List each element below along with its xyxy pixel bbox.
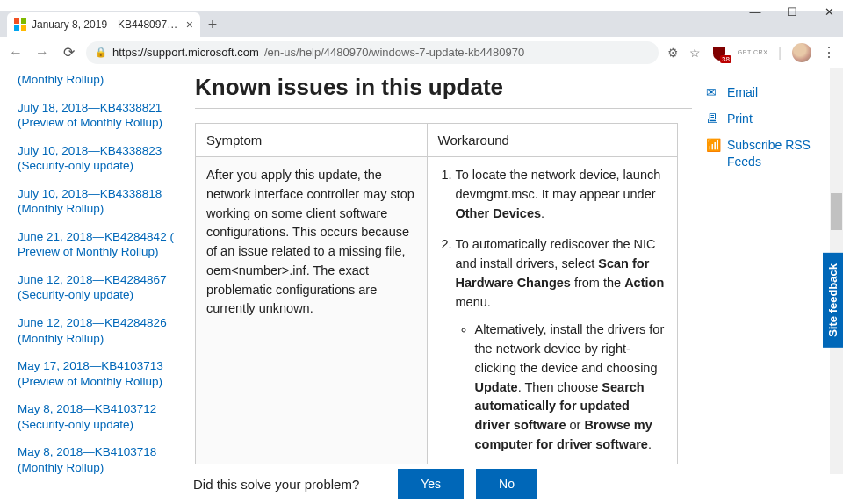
solve-question: Did this solve your problem?: [193, 477, 359, 492]
rss-link[interactable]: 📶Subscribe RSS Feeds: [706, 137, 834, 169]
site-feedback-tab[interactable]: Site feedback: [823, 253, 843, 348]
separator: |: [778, 46, 782, 60]
bookmark-star-icon[interactable]: ☆: [689, 46, 701, 60]
new-tab-button[interactable]: +: [200, 12, 225, 37]
url-path: /en-us/help/4480970/windows-7-update-kb4…: [264, 46, 524, 59]
browser-tab-strip: January 8, 2019—KB4480970 (Mo × +: [0, 11, 843, 37]
yes-button[interactable]: Yes: [398, 469, 464, 499]
sidebar-item[interactable]: July 10, 2018—KB4338818 (Monthly Rollup): [18, 186, 176, 217]
sidebar-item[interactable]: (Monthly Rollup): [18, 72, 176, 88]
print-link[interactable]: 🖶Print: [706, 111, 834, 126]
svg-rect-0: [14, 18, 19, 24]
svg-rect-3: [21, 25, 26, 31]
rss-icon: 📶: [706, 137, 720, 153]
ublock-icon[interactable]: 38: [711, 45, 727, 61]
window-maximize-button[interactable]: ☐: [783, 5, 801, 18]
reload-button[interactable]: ⟳: [60, 44, 77, 61]
browser-tab[interactable]: January 8, 2019—KB4480970 (Mo ×: [7, 12, 200, 37]
scrollbar-thumb[interactable]: [831, 193, 842, 230]
window-minimize-button[interactable]: ―: [746, 5, 764, 18]
svg-rect-2: [14, 25, 19, 31]
sidebar-item[interactable]: June 12, 2018—KB4284826 (Monthly Rollup): [18, 315, 176, 346]
tab-title: January 8, 2019—KB4480970 (Mo: [32, 18, 181, 31]
sidebar-nav: (Monthly Rollup)July 18, 2018—KB4338821 …: [0, 68, 184, 474]
page-heading: Known issues in this update: [195, 74, 692, 101]
ublock-badge: 38: [720, 55, 731, 63]
browser-toolbar: ← → ⟳ 🔒 https://support.microsoft.com/en…: [0, 37, 843, 68]
window-close-button[interactable]: ✕: [820, 5, 838, 18]
print-icon: 🖶: [706, 111, 720, 126]
sidebar-item[interactable]: May 8, 2018—KB4103712 (Security-only upd…: [18, 401, 176, 432]
back-button[interactable]: ←: [7, 45, 25, 61]
sidebar-item[interactable]: May 8, 2018—KB4103718 (Monthly Rollup): [18, 444, 176, 474]
url-host: https://support.microsoft.com: [112, 46, 259, 59]
svg-rect-1: [21, 18, 26, 24]
profile-avatar[interactable]: [792, 43, 811, 62]
symptom-cell: After you apply this update, the network…: [196, 157, 428, 475]
sidebar-item[interactable]: June 12, 2018—KB4284867 (Security-only u…: [18, 272, 176, 303]
col-symptom: Symptom: [196, 124, 428, 157]
col-workaround: Workaround: [427, 124, 677, 157]
heading-divider: [195, 108, 692, 109]
no-button[interactable]: No: [476, 469, 537, 499]
lock-icon: 🔒: [95, 47, 107, 58]
workaround-step-2: To automatically rediscover the NIC and …: [456, 235, 666, 454]
tab-close-icon[interactable]: ×: [186, 18, 193, 32]
solve-problem-bar: Did this solve your problem? Yes No: [193, 464, 830, 504]
workaround-cell: To locate the network device, launch dev…: [427, 157, 677, 475]
address-bar[interactable]: 🔒 https://support.microsoft.com/en-us/he…: [86, 41, 659, 64]
getcrx-icon[interactable]: GET CRX: [738, 49, 768, 55]
workaround-step-1: To locate the network device, launch dev…: [456, 166, 666, 223]
email-icon: ✉: [706, 84, 720, 100]
email-link[interactable]: ✉Email: [706, 84, 834, 100]
sidebar-item[interactable]: July 10, 2018—KB4338823 (Security-only u…: [18, 143, 176, 174]
translate-icon[interactable]: ⚙: [667, 46, 679, 60]
sidebar-item[interactable]: July 18, 2018—KB4338821 (Preview of Mont…: [18, 100, 176, 131]
sidebar-item[interactable]: June 21, 2018—KB4284842 ( Preview of Mon…: [18, 229, 176, 260]
chrome-menu-button[interactable]: ⋮: [822, 44, 836, 61]
forward-button[interactable]: →: [33, 45, 51, 61]
known-issues-table: Symptom Workaround After you apply this …: [195, 123, 678, 474]
ms-favicon: [14, 18, 26, 31]
right-rail: ✉Email 🖶Print 📶Subscribe RSS Feeds: [702, 68, 843, 474]
workaround-substep: Alternatively, install the drivers for t…: [475, 320, 666, 454]
sidebar-item[interactable]: May 17, 2018—KB4103713 (Preview of Month…: [18, 358, 176, 389]
main-content: Known issues in this update Symptom Work…: [184, 68, 702, 474]
